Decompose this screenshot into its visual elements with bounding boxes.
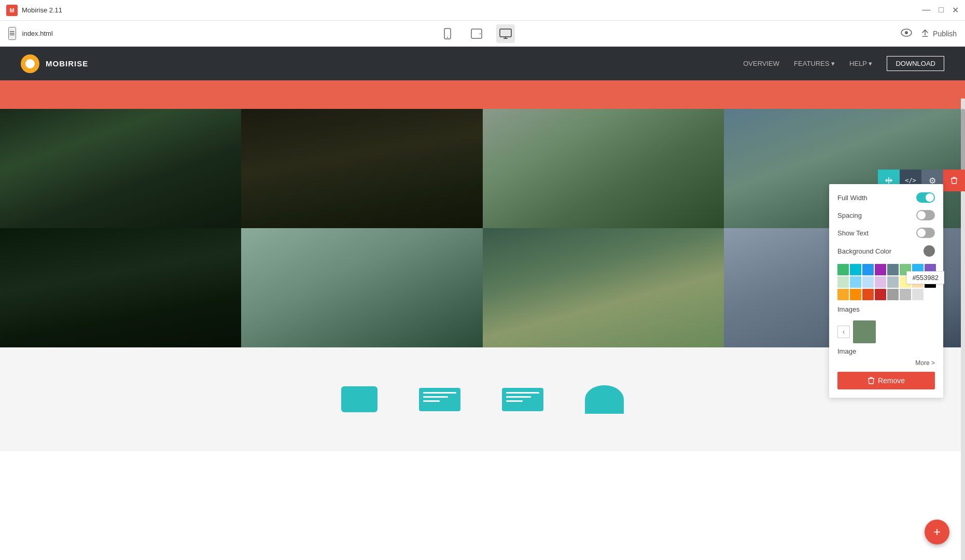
preview-button[interactable]	[901, 27, 912, 39]
window-controls: — □ ✕	[922, 5, 959, 15]
feature-icon-4	[585, 385, 624, 414]
color-swatch-0[interactable]	[837, 264, 849, 275]
app-title: Mobirise 2.11	[22, 6, 62, 14]
teal-icon-3	[502, 388, 543, 411]
color-swatch-2[interactable]	[862, 264, 874, 275]
toggle-knob-1	[926, 193, 934, 202]
desktop-view-button[interactable]	[496, 24, 515, 43]
color-swatch-4[interactable]	[887, 264, 899, 275]
titlebar: M Mobirise 2.11 — □ ✕	[0, 0, 965, 21]
prev-image-button[interactable]: ‹	[837, 326, 850, 338]
color-swatch-18[interactable]	[862, 289, 874, 300]
app-logo: M	[6, 5, 18, 16]
nav-help[interactable]: HELP	[849, 60, 872, 67]
hex-tooltip: #553982	[906, 271, 944, 284]
svg-rect-4	[500, 29, 511, 37]
color-swatch-1[interactable]	[850, 264, 861, 275]
publish-label: Publish	[933, 30, 957, 38]
more-link[interactable]: More >	[837, 359, 935, 367]
teal-icon-2	[419, 388, 460, 411]
scrollbar[interactable]	[961, 99, 965, 560]
toolbar-left: ≡ index.html	[8, 27, 53, 40]
site-logo	[21, 54, 39, 73]
color-swatch-11[interactable]	[875, 276, 886, 288]
gallery-grid	[0, 109, 965, 347]
nav-features[interactable]: FEATURES	[794, 60, 835, 67]
settings-panel: Full Width Spacing Show Text Background …	[829, 184, 943, 398]
minimize-button[interactable]: —	[922, 5, 930, 15]
bg-color-swatch[interactable]	[924, 245, 935, 257]
spacing-row: Spacing	[837, 210, 935, 220]
full-width-toggle[interactable]	[916, 192, 935, 203]
feature-icon-2	[419, 388, 460, 411]
full-width-label: Full Width	[837, 194, 868, 202]
remove-button[interactable]: Remove	[837, 372, 935, 389]
svg-point-3	[480, 33, 481, 34]
add-block-fab[interactable]: +	[925, 520, 949, 544]
color-swatch-17[interactable]	[850, 289, 861, 300]
feature-icon-1	[341, 386, 377, 412]
image-thumb-row: ‹	[837, 320, 935, 343]
maximize-button[interactable]: □	[939, 5, 944, 15]
titlebar-left: M Mobirise 2.11	[6, 5, 62, 16]
show-text-label: Show Text	[837, 229, 869, 237]
preview-area: MOBIRISE OVERVIEW FEATURES HELP DOWNLOAD	[0, 47, 965, 560]
color-swatch-9[interactable]	[850, 276, 861, 288]
teal-icon-4	[585, 385, 624, 414]
mobile-view-button[interactable]	[438, 24, 457, 43]
site-brand-name: MOBIRISE	[46, 59, 88, 68]
full-width-row: Full Width	[837, 192, 935, 203]
spacing-label: Spacing	[837, 212, 862, 219]
color-swatch-10[interactable]	[862, 276, 874, 288]
orange-section	[0, 80, 965, 109]
site-nav: OVERVIEW FEATURES HELP DOWNLOAD	[743, 56, 944, 71]
gallery-cell-6[interactable]	[241, 228, 482, 347]
publish-button[interactable]: Publish	[920, 29, 957, 38]
tablet-view-button[interactable]	[467, 24, 486, 43]
color-swatch-21[interactable]	[900, 289, 911, 300]
logo-letter: M	[9, 7, 14, 13]
show-text-row: Show Text	[837, 228, 935, 238]
color-swatch-3[interactable]	[875, 264, 886, 275]
gallery-cell-7[interactable]	[483, 228, 724, 347]
color-swatch-19[interactable]	[875, 289, 886, 300]
color-swatch-8[interactable]	[837, 276, 849, 288]
image-thumbnail	[853, 320, 876, 343]
color-swatch-20[interactable]	[887, 289, 899, 300]
toggle-knob-2	[917, 211, 926, 219]
color-swatch-22[interactable]	[912, 289, 924, 300]
delete-block-button[interactable]	[943, 170, 965, 191]
color-swatch-16[interactable]	[837, 289, 849, 300]
gallery-cell-1[interactable]	[0, 109, 241, 228]
toolbar-right: Publish	[901, 27, 957, 39]
remove-label: Remove	[878, 376, 905, 385]
bottom-section	[0, 347, 965, 451]
toolbar: ≡ index.html Publish	[0, 21, 965, 47]
color-swatch-23[interactable]	[925, 289, 936, 300]
toggle-knob-3	[917, 229, 926, 237]
device-switcher	[438, 24, 515, 43]
color-swatch-12[interactable]	[887, 276, 899, 288]
site-brand: MOBIRISE	[21, 54, 88, 73]
teal-icon-1	[341, 386, 377, 412]
bg-color-label: Background Color	[837, 247, 891, 255]
show-text-toggle[interactable]	[916, 228, 935, 238]
close-button[interactable]: ✕	[952, 5, 959, 15]
images-section: Images ‹ Image More >	[837, 305, 935, 367]
site-logo-inner	[25, 59, 35, 68]
gallery-cell-2[interactable]	[241, 109, 482, 228]
site-navbar: MOBIRISE OVERVIEW FEATURES HELP DOWNLOAD	[0, 47, 965, 80]
bg-color-row: Background Color	[837, 245, 935, 257]
nav-download[interactable]: DOWNLOAD	[887, 56, 944, 71]
feature-icon-3	[502, 388, 543, 411]
svg-point-6	[905, 31, 908, 34]
hamburger-menu[interactable]: ≡	[8, 27, 16, 40]
nav-overview[interactable]: OVERVIEW	[743, 60, 779, 67]
scrollbar-thumb	[961, 109, 965, 171]
spacing-toggle[interactable]	[916, 210, 935, 220]
gallery-cell-3[interactable]	[483, 109, 724, 228]
filename-label: index.html	[22, 30, 53, 37]
svg-point-1	[447, 37, 448, 38]
gallery-cell-5[interactable]	[0, 228, 241, 347]
images-label: Images	[837, 305, 860, 313]
